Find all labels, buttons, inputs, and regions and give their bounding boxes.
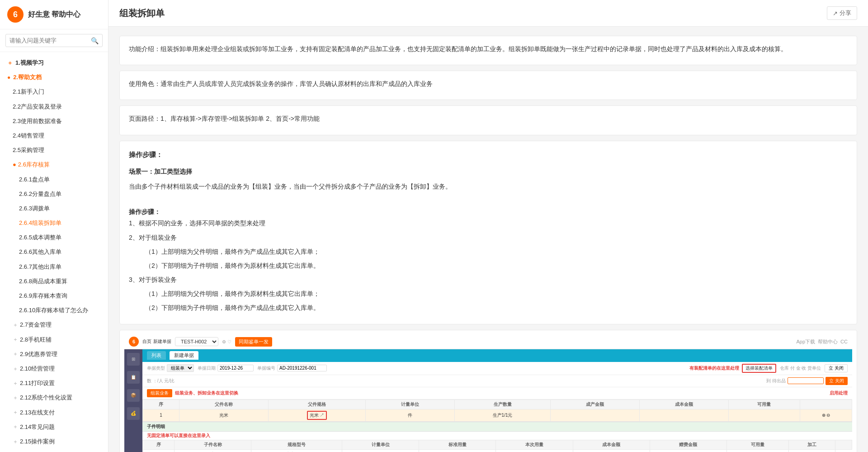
col-produce-amt: 成产金额 [551, 400, 640, 409]
annotation-text4: 无固定清单可以直接在这里录入 [142, 432, 852, 440]
sidebar-item-label: 2.6.3调拨单 [19, 205, 50, 213]
expand-icon: ＋ [13, 380, 18, 387]
sidebar-item-print[interactable]: ＋ 2.11打印设置 [0, 376, 108, 390]
app-icon1: App下载 [797, 338, 816, 345]
step3-1: （1）上部明细为父件明细，最终作为原材料生成其它出库单； [129, 288, 848, 300]
path-text: 页面路径：1、库存核算->库存管理->组装拆卸单 2、首页->常用功能 [129, 113, 848, 124]
sidebar-item-faq[interactable]: ＋ 2.14常见问题 [0, 420, 108, 434]
sidebar-item-transfer[interactable]: 2.6.3调拨单 [0, 201, 108, 216]
form-type-select[interactable]: 组装单 [167, 364, 194, 372]
sidebar-item-inventory[interactable]: ● 2.6库存核算 [0, 157, 108, 172]
confirm-btn[interactable]: 立 关闭 [826, 377, 848, 385]
app-topbar-btn[interactable]: 同期鉴单一发 [235, 337, 272, 347]
col-seq: 序 [143, 400, 179, 409]
sub-cell-action1: ⊕ ⊖ [788, 449, 835, 452]
step1: 1、根据不同的业务，选择不同单据的类型来处理 [129, 218, 848, 229]
form-date-input[interactable] [217, 365, 254, 371]
step2-2: （2）下部明细为子件明细，最终作为原材料生成其它出库单。 [129, 260, 848, 271]
app-sidebar-icon3: 📦 [127, 389, 140, 402]
sidebar-item-newbie[interactable]: 2.1新手入门 [0, 85, 108, 99]
sidebar-item-account-err[interactable]: 2.6.10库存账本错了怎么办 [0, 303, 108, 318]
role-text: 使用角色：通常由生产人员或库管人员完成拆装业务的操作，库管人员确认原材料的出库和… [129, 78, 848, 90]
sidebar-item-cases[interactable]: ＋ 2.15操作案例 [0, 434, 108, 449]
sidebar-item-sales[interactable]: 2.4销售管理 [0, 128, 108, 143]
sidebar-item-inventory-count[interactable]: 2.6.1盘点单 [0, 172, 108, 187]
app-tab-new[interactable]: 新建单据 [170, 351, 198, 360]
sidebar-item-assembly[interactable]: 2.6.4组装拆卸单 [0, 216, 108, 230]
cell-cost [639, 409, 728, 421]
sidebar-item-capital[interactable]: ＋ 2.7资金管理 [0, 318, 108, 332]
form-type-field: 单据类型 组装单 [147, 364, 194, 372]
sub-cell-spec1: 生产(1 + 4) [251, 449, 342, 452]
expand-icon: ＋ [13, 336, 18, 343]
expand-icon: ＋ [7, 59, 13, 67]
sub-cell-cur1: 0.00 [496, 449, 573, 452]
search-input[interactable] [5, 34, 103, 47]
sidebar-item-video[interactable]: ＋ 1.视频学习 [0, 56, 108, 70]
sidebar-item-label: 2.6库存核算 [18, 161, 50, 169]
share-icon: ↗ [833, 10, 838, 17]
assembly-btn[interactable]: 选择装配清单 [742, 364, 776, 373]
sidebar-item-payment[interactable]: ＋ 2.13在线支付 [0, 405, 108, 420]
sidebar-item-mobile[interactable]: ＋ 2.8手机旺辅 [0, 333, 108, 347]
sidebar-item-install[interactable]: 2.2产品安装及登录 [0, 100, 108, 114]
sidebar-item-cost-adjust[interactable]: 2.6.5成本调整单 [0, 230, 108, 245]
sidebar-item-inventory-count2[interactable]: 2.6.2分量盘点单 [0, 187, 108, 201]
share-button[interactable]: ↗ 分享 [827, 6, 857, 20]
sub-col-avail: 可用量 [726, 440, 788, 449]
logo-text: 好生意 帮助中心 [28, 10, 80, 19]
cell-ops: ⊕ ⊖ [800, 409, 852, 421]
main-header: 组装拆卸单 ↗ 分享 [108, 0, 868, 27]
search-button[interactable]: 🔍 [91, 37, 99, 44]
sidebar-item-settings[interactable]: ＋ 2.12系统个性化设置 [0, 390, 108, 405]
app-sidebar: ⊞ 📋 📦 💰 [124, 349, 142, 452]
sidebar-item-label: 2.6.2分量盘点单 [19, 190, 61, 198]
sidebar-item-label: 2.6.1盘点单 [19, 176, 50, 184]
sidebar-item-label: 2.7资金管理 [20, 321, 52, 329]
sub-cell-name1: 属出 1 [175, 449, 251, 452]
sidebar-item-label: 2.11打印设置 [20, 379, 55, 387]
search-area[interactable]: 🔍 [0, 29, 108, 52]
sidebar-item-label: 2.15操作案例 [20, 438, 55, 446]
sidebar-item-label: 2.1新手入门 [13, 88, 44, 96]
app-sidebar-icon1: ⊞ [127, 353, 140, 366]
sidebar-nav: ＋ 1.视频学习 ● 2.帮助文档 2.1新手入门 2.2产品安装及登录 2.3… [0, 52, 108, 452]
app-body: ⊞ 📋 📦 💰 列表 新建单据 [124, 349, 852, 452]
sidebar-item-coupon[interactable]: ＋ 2.9优惠券管理 [0, 347, 108, 362]
sidebar-item-inventory-check[interactable]: 2.6.9库存账本查询 [0, 289, 108, 303]
sidebar-item-purchase[interactable]: 2.5采购管理 [0, 143, 108, 157]
app-org-select[interactable]: TEST-H002 [175, 337, 218, 346]
sidebar-item-cost-calc[interactable]: 2.6.8商品成本重算 [0, 274, 108, 289]
expand-icon: ＋ [13, 423, 18, 431]
form-order-field: 单据编号 [257, 365, 327, 371]
sub-col-bonus: 赠费金额 [650, 440, 726, 449]
save-btn[interactable]: 立 关闭 [825, 364, 848, 372]
cell-qty: 生产1/1元 [455, 409, 551, 421]
assembly-type-btn[interactable]: 组装业务 [147, 389, 172, 397]
annotation-area1: 有装配清单的在这里处理 选择装配清单 [689, 364, 776, 373]
app-icon3: CC [840, 339, 848, 344]
col-cost-amt: 成本金额 [639, 400, 728, 409]
sub-cell-std1: 0.00 [419, 449, 496, 452]
warehouse-input[interactable] [788, 377, 824, 384]
form-order-input[interactable] [277, 365, 327, 371]
sub-field-row: 数 ：/人 元/比 到 待出品 立 关闭 [142, 375, 852, 387]
sidebar-item-other-out[interactable]: 2.6.7其他出库单 [0, 260, 108, 274]
logo-icon: 6 [7, 6, 24, 23]
sidebar-item-label: 2.8手机旺辅 [20, 336, 52, 344]
app-tab-list[interactable]: 列表 [147, 351, 166, 360]
sub-col-unit: 计量单位 [342, 440, 419, 449]
scene1-desc: 当由多个子件材料组装成一个成品的业务为【组装】业务，当由一个父件拆分成多个子产品… [129, 181, 848, 192]
form-type-label: 单据类型 [147, 365, 165, 371]
sidebar-item-label: 1.视频学习 [15, 59, 44, 67]
sub-col-ops [835, 440, 852, 449]
sidebar-item-ops[interactable]: ＋ 2.10经营管理 [0, 362, 108, 376]
scene1-title: 场景一：加工类型选择 [129, 166, 848, 177]
sidebar-item-data-prep[interactable]: 2.3使用前数据准备 [0, 114, 108, 128]
ops-steps-title: 操作步骤： [129, 206, 848, 218]
col-unit: 计量单位 [366, 400, 455, 409]
sidebar-item-label: 2.10经营管理 [20, 365, 55, 373]
spec-input-box[interactable]: 光米 ↗ [307, 411, 327, 420]
sidebar-item-help-docs[interactable]: ● 2.帮助文档 [0, 70, 108, 85]
sidebar-item-other-in[interactable]: 2.6.6其他入库单 [0, 245, 108, 259]
